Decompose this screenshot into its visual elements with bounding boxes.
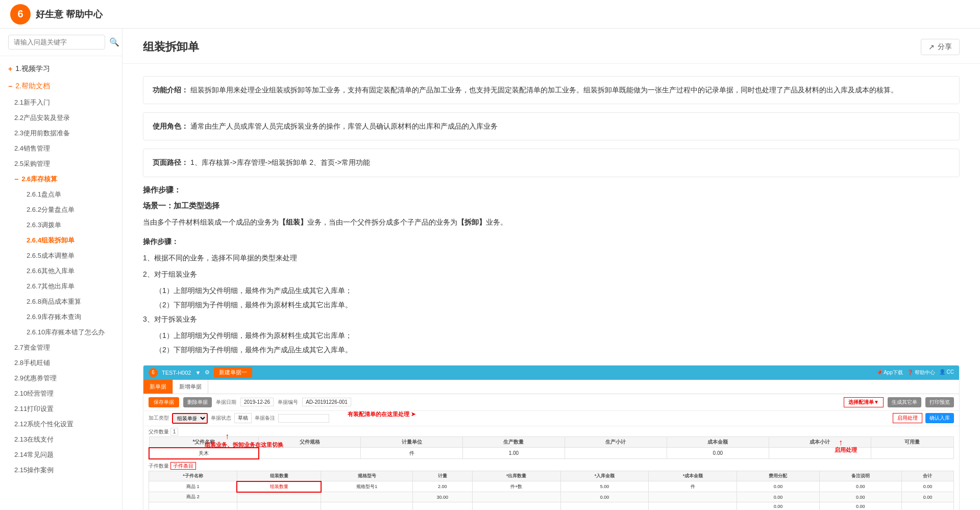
sidebar-item-2-6-4[interactable]: 2.6.4组装拆卸单 [22, 233, 122, 248]
collapse-icon-2-6: − [14, 175, 18, 183]
sidebar-item-2-7[interactable]: 2.7资金管理 [14, 340, 122, 355]
sidebar-item-2-9[interactable]: 2.9优惠券管理 [14, 371, 122, 386]
col-unit: 计量单位 [361, 436, 463, 448]
mock-date-value: 2019-12-26 [240, 398, 274, 406]
sidebar-item-2-10[interactable]: 2.10经营管理 [14, 386, 122, 401]
mock-settings-icon: ⚙ [205, 369, 210, 376]
cell-spec [259, 448, 361, 459]
sidebar-item-2-6-5[interactable]: 2.6.5成本调整单 [22, 248, 122, 263]
share-button[interactable]: ↗ 分享 [921, 39, 960, 55]
table-row: 0.000.00 [149, 502, 954, 510]
role-text: 通常由生产人员或库管人员完成拆装业务的操作，库管人员确认原材料的出库和产成品的入… [190, 122, 498, 130]
content-area: 组装拆卸单 ↗ 分享 功能介绍： 组装拆卸单用来处理企业组装或拆卸等加工业务，支… [122, 29, 980, 510]
cell-sub [565, 448, 667, 459]
sidebar-item-2-6-8[interactable]: 2.6.8商品成本重算 [22, 294, 122, 309]
mock-proc-label: 加工类型 [149, 415, 169, 422]
mock-toolbar: 保存单据 删除单据 单据日期 2019-12-26 单据编号 AD-201912… [143, 394, 959, 411]
sidebar-item-2-15[interactable]: 2.15操作案例 [14, 463, 122, 478]
sidebar-item-2-4[interactable]: 2.4销售管理 [14, 141, 122, 156]
sidebar-sub-2: 2.1新手入门 2.2产品安装及登录 2.3使用前数据准备 2.4销售管理 2.… [0, 95, 122, 478]
mock-proc-type[interactable]: 组装单据 拆卸单据 [172, 413, 208, 424]
page-title: 组装拆卸单 [143, 39, 199, 55]
mock-tab-2[interactable]: 新增单据 [173, 380, 208, 394]
col-remark: 备注说明 [819, 471, 901, 481]
share-icon: ↗ [928, 43, 935, 51]
mock-remark-input[interactable] [278, 414, 329, 423]
table-row: 商品 1 组装数量 规格型号1 2.00 件+数 5.00 件 0.00 0.0 [149, 481, 954, 492]
mock-new-btn[interactable]: 新建单据一 [214, 367, 252, 378]
mock-confirm-btn[interactable]: 确认入库 [925, 413, 954, 423]
sidebar: 🔍 + 1.视频学习 − 2.帮助文档 2.1新手入门 2.2产品安装及登录 [0, 29, 122, 510]
path-label: 页面路径： [153, 158, 188, 166]
search-box: 🔍 [0, 29, 122, 56]
search-icon[interactable]: 🔍 [109, 37, 119, 47]
sidebar-item-1[interactable]: + 1.视频学习 [0, 60, 122, 78]
sidebar-item-2-6-9[interactable]: 2.6.9库存账本查询 [22, 309, 122, 325]
sidebar-item-2-11[interactable]: 2.11打印设置 [14, 401, 122, 417]
sidebar-item-2-header[interactable]: − 2.帮助文档 [0, 78, 122, 95]
mock-tab-active[interactable]: 新单据 [143, 380, 173, 394]
sidebar-item-2-14[interactable]: 2.14常见问题 [14, 447, 122, 463]
sidebar-item-2-6-1[interactable]: 2.6.1盘点单 [22, 187, 122, 202]
child-assem-qty-1: 组装数量 [237, 481, 321, 492]
col-out-qty: *出库数量 [472, 471, 560, 481]
sidebar-item-2[interactable]: − 2.帮助文档 2.1新手入门 2.2产品安装及登录 2.3使用前数据准备 2… [0, 78, 122, 478]
cell-avail [871, 448, 953, 459]
role-label: 使用角色： [153, 122, 188, 130]
mock-child-table: *子件名称 组装数量 规格型号 计量 *出库数量 *入库金额 *成本金额 费用分… [149, 471, 954, 510]
sidebar-item-2-12[interactable]: 2.12系统个性化设置 [14, 417, 122, 432]
col-assem-qty: 组装数量 [237, 471, 321, 481]
step2: 2、对于组装业务 [143, 267, 960, 281]
sidebar-item-1-header[interactable]: + 1.视频学习 [0, 60, 122, 78]
sidebar-item-2-5[interactable]: 2.5采购管理 [14, 156, 122, 172]
mock-other-btn[interactable]: 生成其它单 [888, 397, 921, 407]
mock-del-btn[interactable]: 删除单据 [183, 397, 212, 407]
sidebar-item-2-6-3[interactable]: 2.6.3调拨单 [22, 217, 122, 233]
mock-config-btn[interactable]: 选择配清单▼ [844, 397, 884, 407]
func-intro-text: 组装拆卸单用来处理企业组装或拆卸等加工业务，支持有固定装配清单的产品加工业务，也… [190, 86, 898, 94]
mock-print-btn[interactable]: 打印预览 [925, 397, 954, 407]
step2-1: （1）上部明细为父件明细，最终作为产成品生成其它入库单； [143, 283, 960, 298]
sidebar-item-2-13[interactable]: 2.13在线支付 [14, 432, 122, 447]
mock-enable-btn[interactable]: 启用处理 [893, 413, 922, 423]
sidebar-item-2-2[interactable]: 2.2产品安装及登录 [14, 110, 122, 126]
sidebar-item-1-label: 1.视频学习 [15, 64, 50, 74]
mock-icons-right: 📌 App下载 ❓ 帮助中心 👤 CC [876, 369, 954, 376]
col-fee-dist: 费用分配 [737, 471, 819, 481]
path-text: 1、库存核算->库存管理->组装拆卸单 2、首页->常用功能 [190, 158, 370, 166]
sidebar-item-2-6-6[interactable]: 2.6.6其他入库单 [22, 263, 122, 279]
search-input[interactable] [8, 35, 105, 50]
sidebar-item-2-6-7[interactable]: 2.6.7其他出库单 [22, 279, 122, 294]
col-cost-amt2: *成本金额 [649, 471, 737, 481]
sidebar-item-2-6-2[interactable]: 2.6.2分量盘点单 [22, 202, 122, 217]
col-model: 规格型号 [321, 471, 412, 481]
sidebar-item-2-1[interactable]: 2.1新手入门 [14, 95, 122, 110]
col-measure: 计量 [412, 471, 472, 481]
mock-status-label: 单据状态 [211, 415, 231, 422]
expand-icon-1: + [8, 65, 12, 73]
annotation-bom: 有装配清单的在这里处理 ➤ [348, 410, 415, 418]
step3-1: （1）上部明细为父件明细，最终作为原材料生成其它出库单； [143, 328, 960, 343]
top-header: 6 好生意 帮助中心 [0, 0, 980, 29]
sidebar-item-2-6-header[interactable]: − 2.6库存核算 [14, 172, 122, 187]
collapse-icon-2: − [8, 82, 12, 90]
step3: 3、对于拆装业务 [143, 312, 960, 326]
mock-lower-table-label: 子件数量 子件条目 [149, 463, 954, 470]
mock-status-value: 草稿 [234, 413, 252, 423]
cell-unit: 件 [361, 448, 463, 459]
mock-save-btn[interactable]: 保存单据 [149, 397, 179, 407]
sidebar-item-2-6-group: − 2.6库存核算 2.6.1盘点单 2.6.2分量盘点单 2.6.3调拨单 2… [14, 172, 122, 340]
step1: 1、根据不同的业务，选择不同单据的类型来处理 [143, 251, 960, 265]
mock-upper-table-label: 父件数量 1 [149, 428, 954, 435]
steps-label: 操作步骤： [143, 234, 960, 249]
mock-erp-tabs: 新单据 新增单据 [143, 380, 959, 394]
scene1-desc: 当由多个子件材料组装成一个成品的业务为【组装】业务，当由一个父件拆分成多个子产品… [143, 215, 960, 229]
col-cost-amt: 成本金额 [667, 436, 769, 448]
sidebar-item-2-label: 2.帮助文档 [15, 82, 50, 91]
sidebar-item-2-3[interactable]: 2.3使用前数据准备 [14, 126, 122, 141]
sidebar-item-2-6-10[interactable]: 2.6.10库存账本错了怎么办 [22, 325, 122, 340]
table-row: 关木 件 1.00 0.00 [149, 448, 954, 459]
scene1-title: 场景一：加工类型选择 [143, 201, 960, 211]
sidebar-item-2-8[interactable]: 2.8手机旺铺 [14, 355, 122, 371]
col-child-name: *子件名称 [149, 471, 237, 481]
